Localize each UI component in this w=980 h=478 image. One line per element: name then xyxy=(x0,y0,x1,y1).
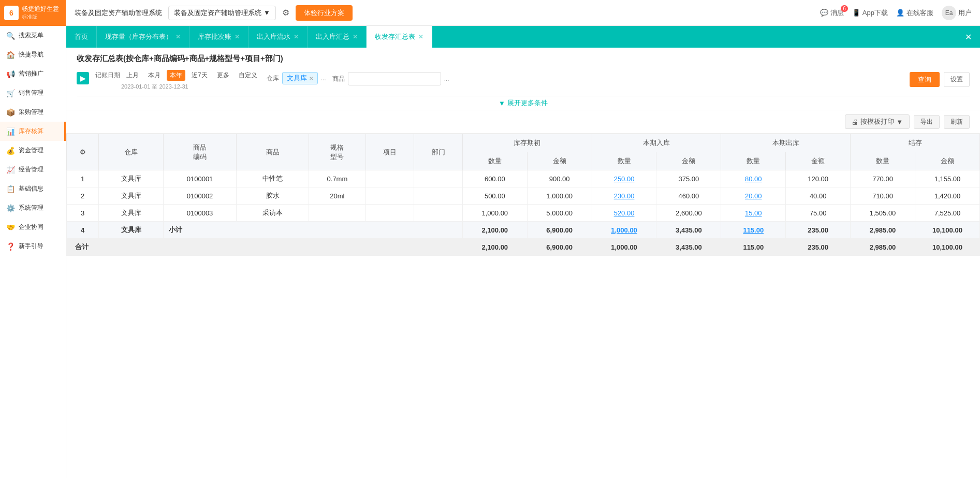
row-warehouse: 文具库 xyxy=(99,187,164,205)
row-out-qty[interactable]: 15.00 xyxy=(721,205,786,222)
sidebar-item-operations[interactable]: 📈 经营管理 xyxy=(0,160,66,179)
total-out-qty: 115.00 xyxy=(721,239,786,256)
print-button[interactable]: 🖨 按模板打印 ▼ xyxy=(845,114,910,129)
product-label: 商品 xyxy=(332,75,345,83)
tab-batch[interactable]: 库存批次账✕ xyxy=(189,26,248,48)
sidebar-icon-finance: 💰 xyxy=(6,147,14,155)
sidebar-item-basic-info[interactable]: 📋 基础信息 xyxy=(0,179,66,198)
col-out-qty-header: 数量 xyxy=(721,152,786,170)
expand-more-btn[interactable]: ▼ 展开更多条件 xyxy=(499,98,548,108)
app-download-action[interactable]: 📱 App下载 xyxy=(852,8,888,18)
messages-action[interactable]: 💬 消息 6 xyxy=(820,8,844,18)
tab-inventory-dist[interactable]: 现存量（库存分布表）✕ xyxy=(97,26,189,48)
dropdown-arrow-icon: ▼ xyxy=(264,9,270,17)
settings-button[interactable]: 设置 xyxy=(944,72,970,87)
sidebar-item-inventory[interactable]: 📊 库存核算 xyxy=(0,122,66,141)
row-out-qty[interactable]: 80.00 xyxy=(721,170,786,187)
date-btn-this-month[interactable]: 本月 xyxy=(145,70,164,81)
tabbar-close-icon[interactable]: ✕ xyxy=(957,32,980,42)
topbar-right: 💬 消息 6 📱 App下载 👤 在线客服 Ea 用户 xyxy=(820,6,972,20)
sidebar-item-purchase[interactable]: 📦 采购管理 xyxy=(0,103,66,122)
total-in-amt: 3,435.00 xyxy=(656,239,721,256)
date-btn-custom[interactable]: 自定义 xyxy=(236,70,260,81)
subtotal-out-amt: 235.00 xyxy=(786,222,851,239)
sidebar-item-search[interactable]: 🔍 搜索菜单 xyxy=(0,26,66,45)
gear-icon[interactable]: ⚙ xyxy=(282,8,289,18)
avatar: Ea xyxy=(942,6,956,20)
app-logo: 6 xyxy=(4,6,19,20)
date-btn-more[interactable]: 更多 xyxy=(214,70,232,81)
sidebar-label-search: 搜索菜单 xyxy=(19,31,43,40)
date-btn-last-month[interactable]: 上月 xyxy=(123,70,142,81)
tab-close-icon-batch[interactable]: ✕ xyxy=(235,33,240,40)
row-in-qty[interactable]: 250.00 xyxy=(592,170,656,187)
query-button[interactable]: 查询 xyxy=(910,72,940,87)
trial-button[interactable]: 体验行业方案 xyxy=(296,5,353,21)
online-service-action[interactable]: 👤 在线客服 xyxy=(896,8,933,18)
col-opening-amt-header: 金额 xyxy=(527,152,592,170)
row-code: 0100001 xyxy=(164,170,236,187)
col-closing-qty-header: 数量 xyxy=(851,152,915,170)
sidebar-icon-purchase: 📦 xyxy=(6,108,14,117)
date-btn-7days[interactable]: 近7天 xyxy=(188,70,211,81)
product-input[interactable] xyxy=(348,72,441,85)
row-spec xyxy=(309,205,365,222)
row-in-qty[interactable]: 520.00 xyxy=(592,205,656,222)
refresh-button[interactable]: 刷新 xyxy=(944,115,970,129)
subtotal-warehouse: 文具库 xyxy=(99,222,164,239)
sidebar-icon-quick-nav: 🏠 xyxy=(6,51,14,59)
export-button[interactable]: 导出 xyxy=(914,115,940,129)
col-warehouse-header: 仓库 xyxy=(99,134,164,170)
tab-close-icon-recv-summary[interactable]: ✕ xyxy=(418,33,423,40)
tab-close-icon-flow[interactable]: ✕ xyxy=(294,33,299,40)
row-dept xyxy=(414,187,463,205)
sidebar-item-marketing[interactable]: 📢 营销推广 xyxy=(0,64,66,83)
row-out-qty[interactable]: 20.00 xyxy=(721,187,786,205)
topbar: 装备及固定资产辅助管理系统 装备及固定资产辅助管理系统 ▼ ⚙ 体验行业方案 💬… xyxy=(66,0,980,26)
filter-toggle-btn[interactable]: ▶ xyxy=(77,72,89,84)
tab-flow[interactable]: 出入库流水✕ xyxy=(248,26,308,48)
product-more-btn[interactable]: ... xyxy=(444,75,449,82)
sidebar-icon-inventory: 📊 xyxy=(6,127,14,136)
warehouse-tag-value: 文具库 xyxy=(287,74,307,83)
subtotal-opening-qty: 2,100.00 xyxy=(462,222,527,239)
print-icon: 🖨 xyxy=(852,118,858,126)
warehouse-more-btn[interactable]: ... xyxy=(321,75,326,82)
sidebar-item-quick-nav[interactable]: 🏠 快捷导航 xyxy=(0,45,66,64)
tab-summary[interactable]: 出入库汇总✕ xyxy=(308,26,367,48)
tab-recv-summary[interactable]: 收发存汇总表✕ xyxy=(367,26,432,48)
tab-home[interactable]: 首页 xyxy=(66,26,97,48)
row-in-qty[interactable]: 230.00 xyxy=(592,187,656,205)
col-settings-header[interactable]: ⚙ xyxy=(67,134,99,170)
date-btn-this-year[interactable]: 本年 xyxy=(167,70,185,81)
col-out-amt-header: 金额 xyxy=(786,152,851,170)
system-dropdown[interactable]: 装备及固定资产辅助管理系统 ▼ xyxy=(168,6,276,20)
date-label: 记账日期 xyxy=(95,71,120,80)
row-closing-amt: 1,420.00 xyxy=(915,187,979,205)
tab-label-recv-summary: 收发存汇总表 xyxy=(375,32,415,41)
user-action[interactable]: Ea 用户 xyxy=(942,6,972,20)
tab-close-icon-inventory-dist[interactable]: ✕ xyxy=(175,33,181,40)
row-spec: 20ml xyxy=(309,187,365,205)
sidebar-item-finance[interactable]: 💰 资金管理 xyxy=(0,141,66,160)
total-in-qty: 1,000.00 xyxy=(592,239,656,256)
row-name: 中性笔 xyxy=(236,170,309,187)
sidebar-item-collab[interactable]: 🤝 企业协同 xyxy=(0,218,66,237)
topbar-left: 装备及固定资产辅助管理系统 装备及固定资产辅助管理系统 ▼ ⚙ 体验行业方案 xyxy=(75,5,353,21)
warehouse-tag[interactable]: 文具库 ✕ xyxy=(282,72,318,84)
subtotal-out-qty: 115.00 xyxy=(721,222,786,239)
warehouse-label: 仓库 xyxy=(267,74,279,83)
subtotal-label: 小计 xyxy=(164,222,463,239)
row-name: 采访本 xyxy=(236,205,309,222)
warehouse-remove-icon[interactable]: ✕ xyxy=(309,76,313,81)
sidebar-icon-marketing: 📢 xyxy=(6,70,14,78)
sidebar-item-sales[interactable]: 🛒 销售管理 xyxy=(0,83,66,103)
col-in-qty-header: 数量 xyxy=(592,152,656,170)
sidebar-item-system[interactable]: ⚙️ 系统管理 xyxy=(0,198,66,218)
main-area: 装备及固定资产辅助管理系统 装备及固定资产辅助管理系统 ▼ ⚙ 体验行业方案 💬… xyxy=(66,0,980,478)
tab-close-icon-summary[interactable]: ✕ xyxy=(353,33,358,40)
sidebar-icon-basic-info: 📋 xyxy=(6,185,14,193)
sidebar-label-system: 系统管理 xyxy=(19,204,43,212)
sidebar-item-guide[interactable]: ❓ 新手引导 xyxy=(0,237,66,256)
row-closing-qty: 710.00 xyxy=(851,187,915,205)
